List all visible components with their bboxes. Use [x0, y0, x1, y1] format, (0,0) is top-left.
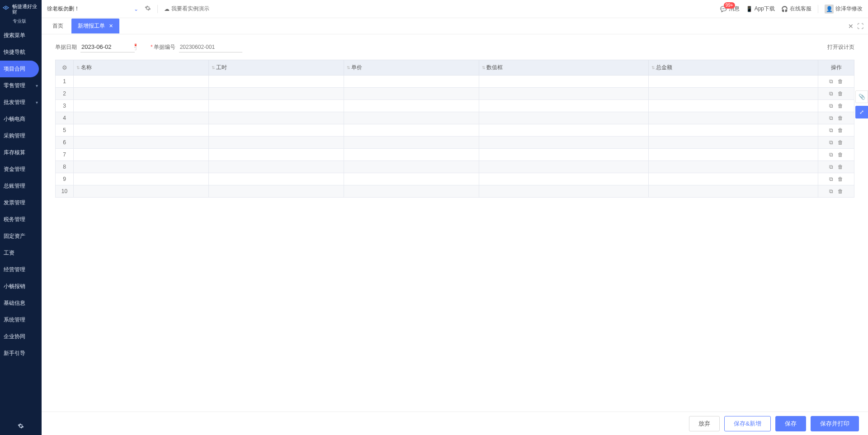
code-input[interactable] [179, 42, 242, 52]
cell[interactable] [479, 137, 648, 149]
sidebar-item[interactable]: 总账管理 [0, 178, 42, 194]
attachment-button[interactable]: 📎 [855, 90, 868, 103]
copy-icon[interactable]: ⧉ [829, 90, 833, 97]
delete-icon[interactable]: 🗑 [838, 78, 843, 85]
company-selector[interactable]: 徐老板勿删！ ⌄ [47, 5, 138, 13]
save-new-button[interactable]: 保存&新增 [724, 416, 771, 431]
sidebar-item[interactable]: 采购管理 [0, 128, 42, 144]
sidebar-item[interactable]: 批发管理▾ [0, 94, 42, 111]
save-button[interactable]: 保存 [775, 416, 806, 431]
cell[interactable] [208, 100, 344, 112]
cell[interactable] [344, 112, 479, 124]
sidebar-item[interactable]: 项目合同 [0, 61, 39, 77]
column-header[interactable]: ⇅数值框 [479, 60, 648, 76]
sidebar-settings[interactable] [0, 418, 42, 435]
delete-icon[interactable]: 🗑 [838, 103, 843, 109]
copy-icon[interactable]: ⧉ [829, 164, 833, 170]
copy-icon[interactable]: ⧉ [829, 176, 833, 182]
expand-button[interactable]: ⤢ [855, 106, 868, 118]
copy-icon[interactable]: ⧉ [829, 78, 833, 85]
cell[interactable] [479, 185, 648, 198]
cell[interactable] [344, 124, 479, 137]
cell[interactable] [208, 124, 344, 137]
sidebar-item[interactable]: 系统管理 [0, 312, 42, 328]
delete-icon[interactable]: 🗑 [838, 164, 843, 170]
cell[interactable] [344, 185, 479, 198]
cell[interactable] [648, 173, 818, 185]
cell[interactable] [344, 76, 479, 88]
tab-new-report[interactable]: 新增报工单 ✕ [71, 19, 119, 33]
column-header[interactable]: ⇅名称 [74, 60, 209, 76]
cell[interactable] [344, 100, 479, 112]
sidebar-item[interactable]: 资金管理 [0, 161, 42, 178]
cell[interactable] [344, 88, 479, 100]
copy-icon[interactable]: ⧉ [829, 139, 833, 146]
cell[interactable] [344, 137, 479, 149]
fullscreen-icon[interactable]: ⛶ [857, 23, 863, 30]
cell[interactable] [479, 112, 648, 124]
demo-link[interactable]: ☁ 我要看实例演示 [164, 5, 209, 13]
cell[interactable] [648, 185, 818, 198]
cell[interactable] [479, 100, 648, 112]
settings-icon[interactable] [145, 5, 151, 13]
sidebar-item[interactable]: 搜索菜单 [0, 27, 42, 44]
column-header[interactable]: ⇅单价 [344, 60, 479, 76]
cell[interactable] [648, 161, 818, 173]
delete-icon[interactable]: 🗑 [838, 188, 843, 194]
cell[interactable] [479, 76, 648, 88]
cell[interactable] [208, 173, 344, 185]
cell[interactable] [479, 124, 648, 137]
copy-icon[interactable]: ⧉ [829, 103, 833, 109]
cell[interactable] [479, 161, 648, 173]
cell[interactable] [74, 112, 209, 124]
cell[interactable] [74, 88, 209, 100]
save-print-button[interactable]: 保存并打印 [811, 416, 859, 431]
column-header[interactable]: ⇅总金额 [648, 60, 818, 76]
messages-button[interactable]: 99+ 💬 消息 [720, 5, 740, 13]
cell[interactable] [74, 149, 209, 161]
cell[interactable] [344, 161, 479, 173]
cell[interactable] [74, 161, 209, 173]
cell[interactable] [208, 76, 344, 88]
delete-icon[interactable]: 🗑 [838, 176, 843, 182]
delete-icon[interactable]: 🗑 [838, 151, 843, 158]
cell[interactable] [479, 173, 648, 185]
copy-icon[interactable]: ⧉ [829, 188, 833, 194]
delete-icon[interactable]: 🗑 [838, 115, 843, 121]
discard-button[interactable]: 放弃 [689, 416, 720, 431]
copy-icon[interactable]: ⧉ [829, 115, 833, 121]
cell[interactable] [648, 124, 818, 137]
gear-column-header[interactable]: ⚙ [56, 60, 74, 76]
sidebar-item[interactable]: 小畅报销 [0, 278, 42, 295]
close-all-icon[interactable]: ✕ [848, 23, 854, 30]
delete-icon[interactable]: 🗑 [838, 127, 843, 133]
cell[interactable] [344, 149, 479, 161]
sidebar-item[interactable]: 企业协同 [0, 328, 42, 345]
column-header[interactable]: ⇅工时 [208, 60, 344, 76]
service-button[interactable]: 🎧 在线客服 [781, 5, 811, 13]
copy-icon[interactable]: ⧉ [829, 151, 833, 158]
cell[interactable] [648, 88, 818, 100]
user-menu[interactable]: 👤 徐泽华修改 [825, 5, 863, 14]
cell[interactable] [208, 149, 344, 161]
sidebar-item[interactable]: 小畅电商 [0, 111, 42, 128]
sidebar-item[interactable]: 基础信息 [0, 295, 42, 312]
cell[interactable] [74, 185, 209, 198]
cell[interactable] [74, 76, 209, 88]
cell[interactable] [74, 100, 209, 112]
cell[interactable] [344, 173, 479, 185]
sidebar-item[interactable]: 经营管理 [0, 261, 42, 278]
close-icon[interactable]: ✕ [109, 23, 113, 28]
sidebar-item[interactable]: 税务管理 [0, 211, 42, 228]
cell[interactable] [208, 137, 344, 149]
cell[interactable] [648, 137, 818, 149]
sidebar-item[interactable]: 库存核算 [0, 144, 42, 161]
cell[interactable] [208, 112, 344, 124]
copy-icon[interactable]: ⧉ [829, 127, 833, 133]
cell[interactable] [479, 149, 648, 161]
sidebar-item[interactable]: 发票管理 [0, 194, 42, 211]
cell[interactable] [208, 185, 344, 198]
cell[interactable] [648, 112, 818, 124]
design-link[interactable]: 打开设计页 [827, 43, 854, 51]
download-button[interactable]: 📱 App下载 [746, 5, 775, 13]
